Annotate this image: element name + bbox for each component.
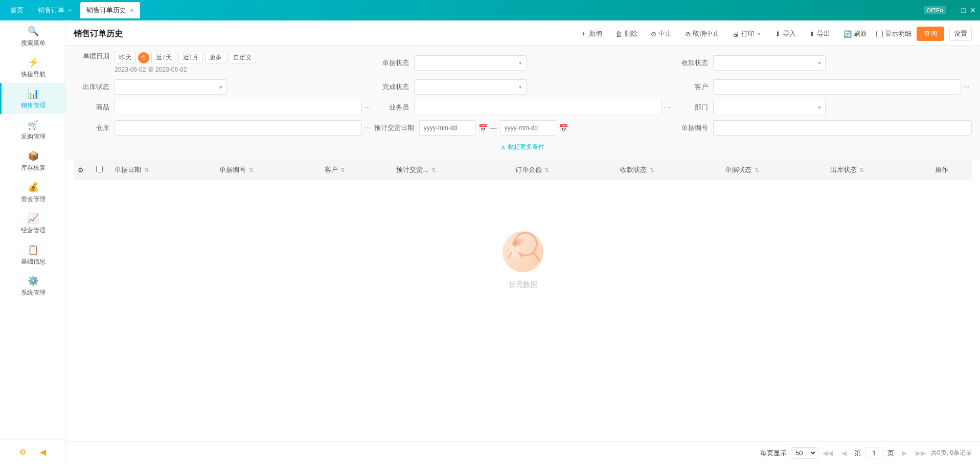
sidebar-item-search-menu[interactable]: 🔍 搜索菜单 — [0, 20, 65, 52]
th-payment-status[interactable]: 收款状态 ⇅ — [616, 160, 721, 180]
last-page-btn[interactable]: ▶▶ — [915, 447, 927, 459]
sidebar-settings-btn[interactable]: ⚙ — [14, 444, 31, 460]
filter-warehouse-group: 仓库 ··· — [74, 120, 373, 136]
date-yesterday-btn[interactable]: 昨天 — [115, 52, 136, 63]
warehouse-input[interactable] — [115, 120, 362, 136]
data-table: ⚙ 单据日期 ⇅ 单据编号 ⇅ 客户 — [74, 160, 972, 330]
th-order-amount[interactable]: 订单金额 ⇅ — [511, 160, 616, 180]
sidebar-item-sales-mgmt[interactable]: 📊 销售管理 — [0, 83, 65, 114]
th-outbound-status[interactable]: 出库状态 ⇅ — [826, 160, 931, 180]
sidebar-item-quick-nav[interactable]: ⚡ 快捷导航 — [0, 52, 65, 83]
collapse-more-btn[interactable]: ∧ 收起更多条件 — [74, 141, 972, 153]
stop-button[interactable]: ⊘ 中止 — [647, 27, 676, 40]
date-more-btn[interactable]: 更多 — [205, 52, 226, 63]
sidebar-item-basic-info[interactable]: 📋 基础信息 — [0, 239, 65, 270]
th-expected-delivery-label: 预计交货... — [396, 166, 428, 173]
warehouse-ellipsis-btn[interactable]: ··· — [362, 123, 373, 132]
cancel-stop-icon: ⊘ — [685, 30, 691, 38]
first-page-btn[interactable]: ◀◀ — [822, 447, 834, 459]
doc-status-select[interactable]: ▾ — [414, 55, 527, 71]
filter-row-2: 出库状态 ▾ 完成状态 ▾ 客户 — [74, 79, 972, 95]
sidebar-item-inventory-label: 库存核算 — [21, 164, 45, 172]
delivery-date-end-icon[interactable]: 📅 — [559, 124, 568, 132]
th-customer-label: 客户 — [325, 166, 338, 173]
inventory-icon: 📦 — [28, 150, 39, 162]
th-expected-delivery[interactable]: 预计交货... ⇅ — [392, 160, 511, 180]
delivery-date-end[interactable] — [500, 120, 556, 136]
salesperson-input[interactable] — [414, 100, 662, 115]
delete-icon: 🗑 — [616, 30, 622, 38]
tab-sales-order[interactable]: 销售订单 ✕ — [32, 2, 78, 18]
tab-sales-order-close[interactable]: ✕ — [67, 7, 72, 14]
often-badge: OfTEn — [924, 6, 946, 14]
maximize-btn[interactable]: □ — [962, 6, 966, 14]
print-button[interactable]: 🖨 打印 ▼ — [728, 27, 766, 40]
payment-status-select[interactable]: ▾ — [713, 55, 826, 71]
print-arrow-icon: ▼ — [757, 31, 762, 37]
sidebar-collapse-btn[interactable]: ◀ — [35, 444, 51, 460]
import-button[interactable]: ⬇ 导入 — [771, 27, 800, 40]
dept-label: 部门 — [672, 103, 713, 112]
new-button[interactable]: ＋ 新增 — [576, 27, 606, 40]
tab-sales-order-history[interactable]: 销售订单历史 ✕ — [80, 2, 140, 18]
th-customer[interactable]: 客户 ⇅ — [321, 160, 393, 180]
date-custom-btn[interactable]: 自定义 — [229, 52, 256, 63]
goods-input[interactable] — [115, 100, 362, 115]
delivery-date-start[interactable] — [419, 120, 475, 136]
refresh-button[interactable]: 🔄 刷新 — [839, 27, 871, 40]
doc-number-input[interactable] — [713, 120, 972, 136]
salesperson-input-group: ··· — [414, 100, 673, 115]
current-page-input[interactable] — [865, 448, 883, 458]
sidebar-settings-icon: ⚙ — [19, 447, 26, 457]
salesperson-ellipsis-btn[interactable]: ··· — [662, 103, 672, 112]
customer-label: 客户 — [672, 82, 713, 92]
new-label: 新增 — [589, 29, 602, 38]
tab-home[interactable]: 首页 — [4, 2, 30, 18]
customer-ellipsis-btn[interactable]: ··· — [961, 82, 972, 92]
query-label: 查询 — [924, 29, 937, 38]
cancel-stop-label: 取消中止 — [693, 29, 719, 38]
sidebar-item-operation[interactable]: 📈 经营管理 — [0, 208, 65, 239]
page-label: 第 — [854, 449, 861, 458]
date-today-btn[interactable]: 今 — [138, 52, 149, 63]
completion-status-select[interactable]: ▾ — [414, 79, 527, 95]
cancel-stop-button[interactable]: ⊘ 取消中止 — [681, 27, 723, 40]
sidebar-item-sys-mgmt[interactable]: ⚙️ 系统管理 — [0, 270, 65, 301]
th-settings[interactable]: ⚙ — [74, 160, 92, 180]
date-1month-btn[interactable]: 近1月 — [178, 52, 203, 63]
th-checkbox[interactable] — [92, 160, 110, 180]
goods-ellipsis-btn[interactable]: ··· — [362, 103, 373, 112]
page-title: 销售订单历史 — [74, 29, 123, 39]
dept-select[interactable]: ▾ — [713, 100, 826, 115]
query-button[interactable]: 查询 — [917, 27, 944, 41]
display-detail-checkbox[interactable]: 显示明细 — [876, 29, 911, 38]
svg-line-1 — [533, 253, 539, 260]
prev-page-btn[interactable]: ◀ — [838, 447, 850, 459]
salesperson-label: 业务员 — [373, 103, 414, 112]
outbound-status-select[interactable]: ▾ — [115, 79, 227, 95]
filter-doc-status-group: 单据状态 ▾ — [373, 55, 673, 71]
outbound-status-arrow: ▾ — [219, 84, 222, 91]
tab-sales-order-history-close[interactable]: ✕ — [129, 7, 134, 14]
minimize-btn[interactable]: — — [950, 6, 958, 14]
th-doc-date[interactable]: 单据日期 ⇅ — [110, 160, 215, 180]
display-detail-input[interactable] — [876, 31, 883, 37]
customer-input[interactable] — [713, 79, 961, 95]
export-button[interactable]: ⬆ 导出 — [805, 27, 834, 40]
sidebar-item-inventory[interactable]: 📦 库存核算 — [0, 145, 65, 176]
next-page-btn[interactable]: ▶ — [898, 447, 910, 459]
th-doc-number[interactable]: 单据编号 ⇅ — [215, 160, 320, 180]
date-7days-btn[interactable]: 近7天 — [151, 52, 176, 63]
th-doc-status[interactable]: 单据状态 ⇅ — [721, 160, 826, 180]
page-size-select[interactable]: 50 10 20 100 — [791, 447, 817, 459]
sidebar-item-purchase-mgmt[interactable]: 🛒 采购管理 — [0, 114, 65, 145]
delivery-date-start-icon[interactable]: 📅 — [478, 124, 487, 132]
delete-button[interactable]: 🗑 删除 — [611, 27, 642, 40]
select-all-checkbox[interactable] — [96, 166, 103, 172]
goods-input-group: ··· — [115, 100, 373, 115]
filter-outbound-status-group: 出库状态 ▾ — [74, 79, 373, 95]
settings-button[interactable]: 设置 — [949, 27, 972, 41]
close-window-btn[interactable]: ✕ — [970, 6, 976, 14]
sidebar-item-quick-nav-label: 快捷导航 — [21, 70, 45, 79]
sidebar-item-finance[interactable]: 💰 资金管理 — [0, 176, 65, 208]
